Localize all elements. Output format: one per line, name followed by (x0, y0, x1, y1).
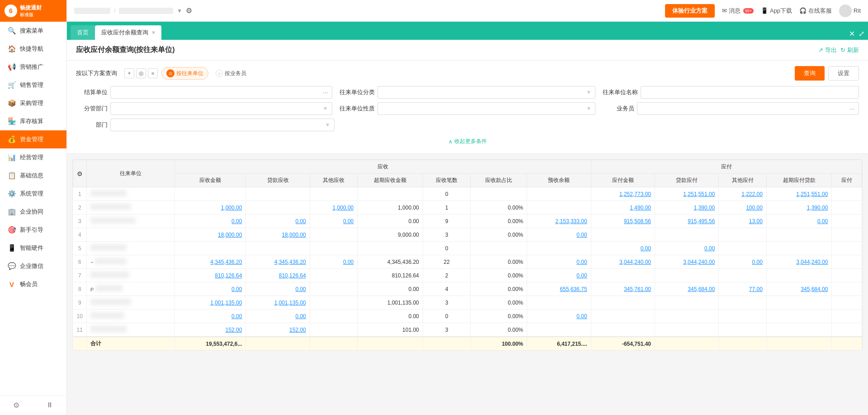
breadcrumb-chevron-icon[interactable]: ▼ (177, 8, 182, 14)
row-ar-amt-8[interactable]: 0.00 (175, 282, 246, 296)
query-btn[interactable]: 查询 (795, 66, 825, 81)
sidebar-item-sales[interactable]: 🛒 销售管理 (0, 76, 66, 94)
scheme-collapse-icon[interactable]: « (148, 68, 158, 78)
export-btn[interactable]: ↗ 导出 (818, 46, 837, 54)
tab-ar-ap-query[interactable]: 应收应付余额查询 × (95, 25, 161, 40)
tab-fullscreen-icon[interactable]: ⤢ (859, 29, 864, 38)
row-ap-loan-5[interactable]: 0.00 (655, 242, 719, 255)
dept-manager-select[interactable]: ▼ (110, 102, 332, 115)
sidebar-item-purchase[interactable]: 📦 采购管理 (0, 94, 66, 112)
row-ar-amt-9[interactable]: 1,001,135.00 (175, 296, 246, 310)
row-ap-overdue-8[interactable]: 345,684.00 (766, 282, 831, 296)
row-ap-overdue-1[interactable]: 1,251,551.00 (766, 187, 831, 201)
sidebar-item-member[interactable]: V 畅会员 (0, 275, 66, 293)
row-ap-loan-2[interactable]: 1,390.00 (655, 201, 719, 215)
row-ap-amt-6[interactable]: 3,044,240.00 (591, 255, 655, 269)
sidebar-item-system[interactable]: ⚙️ 系统管理 (0, 185, 66, 203)
scheme-by-staff[interactable]: ○ 按业务员 (216, 70, 246, 77)
more-conditions-toggle[interactable]: ∧ 收起更多条件 (76, 135, 859, 148)
row-prepaid-3[interactable]: 2,153,333.00 (527, 215, 591, 228)
tab-close-icon[interactable]: × (152, 29, 155, 36)
settings-bottom-btn[interactable]: ⚙ (9, 399, 23, 411)
row-ar-amt-3[interactable]: 0.00 (175, 215, 246, 228)
row-ar-loan-8[interactable]: 0.00 (246, 282, 310, 296)
app-download-btn[interactable]: 📱 App下载 (761, 7, 792, 15)
row-ar-other-6[interactable]: 0.00 (310, 255, 358, 269)
row-ap-amt-1[interactable]: 1,252,773.00 (591, 187, 655, 201)
row-ar-loan-9[interactable]: 1,001,135.00 (246, 296, 310, 310)
collapse-btn[interactable]: ⏸ (42, 399, 57, 411)
row-ar-loan-6[interactable]: 4,345,436.20 (246, 255, 310, 269)
settlement-unit-input[interactable]: ··· (110, 86, 332, 99)
row-ar-loan-10[interactable]: 0.00 (246, 310, 310, 323)
unit-name-input[interactable] (641, 86, 859, 99)
row-ap-amt-3[interactable]: 915,508.56 (591, 215, 655, 228)
row-prepaid-4[interactable]: 0.00 (527, 228, 591, 242)
sidebar-item-inventory[interactable]: 🏪 库存核算 (0, 112, 66, 130)
solution-btn[interactable]: 体验行业方案 (665, 4, 715, 18)
sidebar-item-hardware[interactable]: 📱 智能硬件 (0, 239, 66, 257)
row-ar-ratio-4: 0.00% (471, 228, 527, 242)
row-ap-loan-6[interactable]: 3,044,240.00 (655, 255, 719, 269)
row-ar-other-2[interactable]: 1,000.00 (310, 201, 358, 215)
row-prepaid-10[interactable]: 0.00 (527, 310, 591, 323)
row-ap-other-6[interactable]: 0.00 (719, 255, 767, 269)
header-gear-icon[interactable]: ⚙ (186, 6, 192, 15)
sidebar-item-wechat[interactable]: 💬 企业微信 (0, 257, 66, 275)
row-ap-loan-1[interactable]: 1,251,551.00 (655, 187, 719, 201)
row-ap-other-3[interactable]: 13.00 (719, 215, 767, 228)
row-prepaid-8[interactable]: 655,636.75 (527, 282, 591, 296)
notification-btn[interactable]: ✉ 消息 99+ (722, 7, 754, 15)
unit-category-select[interactable]: ▼ (377, 86, 596, 99)
row-ar-amt-7[interactable]: 810,126.64 (175, 269, 246, 282)
row-ap-amt-5[interactable]: 0.00 (591, 242, 655, 255)
sidebar-bottom: ⚙ ⏸ (0, 395, 66, 415)
sidebar-item-marketing[interactable]: 📢 营销推广 (0, 58, 66, 76)
sidebar-item-finance[interactable]: 💰 资金管理 (0, 130, 66, 148)
row-ar-loan-11[interactable]: 152.00 (246, 323, 310, 337)
salesperson-input[interactable]: ··· (637, 102, 859, 115)
row-ap-other-2[interactable]: 100.00 (719, 201, 767, 215)
tab-home[interactable]: 首页 (71, 25, 95, 40)
row-ap-overdue-3[interactable]: 0.00 (766, 215, 831, 228)
row-ar-other-3[interactable]: 0.00 (310, 215, 358, 228)
sidebar-item-quicknav[interactable]: 🏠 快捷导航 (0, 40, 66, 58)
row-ap-amt-2[interactable]: 1,490.00 (591, 201, 655, 215)
salesperson-dots[interactable]: ··· (849, 105, 855, 112)
sidebar-item-basic-info[interactable]: 📋 基础信息 (0, 167, 66, 185)
tab-close-window-icon[interactable]: ✕ (849, 29, 855, 38)
sidebar-item-guide[interactable]: 🎯 新手引导 (0, 221, 66, 239)
row-prepaid-6[interactable]: 0.00 (527, 255, 591, 269)
row-ap-other-1[interactable]: 1,222.00 (719, 187, 767, 201)
add-scheme-btn[interactable]: + (124, 68, 134, 78)
row-ar-amt-6[interactable]: 4,345,436.20 (175, 255, 246, 269)
table-settings-btn[interactable]: ⚙ (73, 160, 87, 187)
row-ar-loan-7[interactable]: 810,126.64 (246, 269, 310, 282)
user-info[interactable]: Rit (839, 5, 861, 17)
row-ar-amt-11[interactable]: 152.00 (175, 323, 246, 337)
settlement-unit-dots[interactable]: ··· (323, 89, 328, 96)
online-service-btn[interactable]: 🎧 在线客服 (799, 7, 832, 15)
department-select[interactable]: ▼ (110, 119, 335, 131)
row-ar-loan-4[interactable]: 18,000.00 (246, 228, 310, 242)
sidebar-item-search[interactable]: 🔍 搜索菜单 (0, 22, 66, 40)
row-prepaid-7[interactable]: 0.00 (527, 269, 591, 282)
row-ar-amt-10[interactable]: 0.00 (175, 310, 246, 323)
row-ap-overdue-6[interactable]: 3,044,240.00 (766, 255, 831, 269)
sidebar-item-enterprise[interactable]: 🏢 企业协同 (0, 203, 66, 221)
row-name-3 (87, 215, 175, 228)
settings-filter-btn[interactable]: 设置 (828, 66, 859, 81)
scheme-by-unit[interactable]: ⊙ 按往来单位 (161, 67, 208, 80)
unit-nature-select[interactable]: ▼ (377, 102, 596, 115)
row-ap-other-8[interactable]: 77.00 (719, 282, 767, 296)
row-ar-loan-3[interactable]: 0.00 (246, 215, 310, 228)
row-ap-loan-3[interactable]: 915,495.56 (655, 215, 719, 228)
scheme-settings-icon[interactable]: ◎ (136, 68, 146, 78)
sidebar-item-operations[interactable]: 📊 经营管理 (0, 148, 66, 167)
row-ap-overdue-2[interactable]: 1,390.00 (766, 201, 831, 215)
row-ap-amt-8[interactable]: 345,761.00 (591, 282, 655, 296)
row-ap-loan-8[interactable]: 345,684.00 (655, 282, 719, 296)
refresh-btn[interactable]: ↻ 刷新 (840, 46, 859, 54)
row-ar-amt-4[interactable]: 18,000.00 (175, 228, 246, 242)
row-ar-amt-2[interactable]: 1,000.00 (175, 201, 246, 215)
